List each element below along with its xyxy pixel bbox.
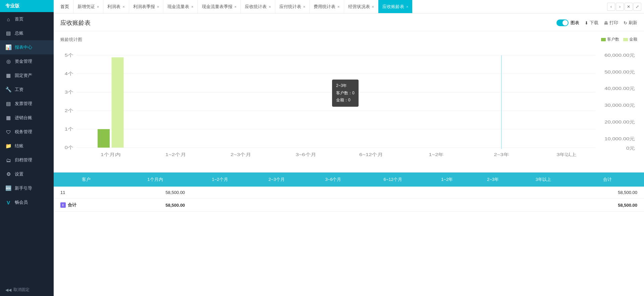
- svg-text:2~3年: 2~3年: [494, 152, 509, 157]
- svg-text:60,000.00元: 60,000.00元: [604, 53, 635, 58]
- tab-close-icon[interactable]: ×: [234, 5, 236, 9]
- refresh-icon: ↻: [624, 20, 627, 26]
- refresh-button[interactable]: ↻ 刷新: [624, 20, 637, 26]
- toggle-thumb: [562, 20, 568, 26]
- tab-aging[interactable]: 应收账龄表 ×: [378, 0, 413, 13]
- sidebar-item-close[interactable]: 📁 结账: [0, 139, 54, 153]
- tab-close-icon[interactable]: ×: [157, 5, 159, 9]
- sidebar-item-salary[interactable]: 🔧 工资: [0, 83, 54, 97]
- ledger-icon: ▤: [5, 30, 11, 36]
- close-books-icon: 📁: [5, 143, 11, 149]
- tab-scroll-left[interactable]: ‹: [607, 3, 615, 11]
- tab-scroll-right[interactable]: ›: [616, 3, 624, 11]
- invoice-icon: ▤: [5, 101, 11, 107]
- total-row: Σ 合计 58,500.00 58,500.00: [54, 199, 644, 212]
- guide-icon: 🆕: [5, 185, 11, 191]
- download-icon: ⬇: [585, 20, 588, 26]
- app-logo: 专业版: [0, 0, 54, 12]
- page-title: 应收账龄表: [60, 19, 556, 27]
- tab-label: 经营状况表: [348, 4, 370, 10]
- sidebar-item-invoice[interactable]: ▤ 发票管理: [0, 97, 54, 111]
- sidebar-item-label: 资金管理: [15, 58, 32, 64]
- col-m23: 2~3个月: [248, 172, 305, 187]
- total-y12: [424, 199, 470, 212]
- gear-icon: ⚙: [5, 171, 11, 177]
- sidebar-item-label: 畅会员: [15, 199, 28, 205]
- sidebar-item-label: 归档管理: [15, 157, 32, 163]
- tab-close-icon[interactable]: ×: [191, 5, 193, 9]
- tab-bar: 首页 新增凭证 × 利润表 × 利润表季报 × 现金流量表 × 现金流量表季报 …: [54, 0, 644, 13]
- home-icon: ⌂: [5, 16, 11, 22]
- chart-icon: 📊: [5, 44, 11, 50]
- tab-maximize[interactable]: ⤢: [633, 3, 641, 11]
- svg-text:3~6个月: 3~6个月: [296, 152, 316, 157]
- tab-profit-quarter[interactable]: 利润表季报 ×: [129, 0, 163, 13]
- tab-expense-stat[interactable]: 费用统计表 ×: [310, 0, 344, 13]
- total-m36: [305, 199, 362, 212]
- tab-close-icon[interactable]: ×: [122, 5, 124, 9]
- total-y3: [516, 199, 571, 212]
- sidebar-item-vip[interactable]: V 畅会员: [0, 195, 54, 209]
- sidebar-item-assets[interactable]: ▦ 固定资产: [0, 68, 54, 83]
- print-icon: 🖶: [604, 20, 608, 26]
- tab-label: 应收统计表: [245, 4, 267, 10]
- total-total: 58,500.00: [571, 199, 644, 212]
- toggle-track[interactable]: [556, 19, 569, 26]
- sidebar-item-ledger[interactable]: ▤ 总账: [0, 26, 54, 40]
- sidebar-item-home[interactable]: ⌂ 首页: [0, 12, 54, 26]
- tab-cashflow-quarter[interactable]: 现金流量表季报 ×: [198, 0, 241, 13]
- svg-text:1~2年: 1~2年: [429, 152, 444, 157]
- sidebar-item-guide[interactable]: 🆕 新手引导: [0, 181, 54, 195]
- tab-voucher[interactable]: 新增凭证 ×: [73, 0, 103, 13]
- total-m1: 58,500.00: [118, 199, 192, 212]
- sidebar: 专业版 ⌂ 首页 ▤ 总账 📊 报表中心 ◎ 资金管理 ▦ 固定资产 🔧 工资 …: [0, 0, 54, 296]
- col-m36: 3~6个月: [305, 172, 362, 187]
- tab-close-icon[interactable]: ×: [337, 5, 339, 9]
- print-button[interactable]: 🖶 打印: [604, 20, 618, 26]
- page-header: 应收账龄表 图表 ⬇ 下载 🖶 打印 ↻ 刷新: [54, 13, 644, 31]
- capital-icon: ◎: [5, 58, 11, 64]
- sidebar-item-label: 进销台账: [15, 115, 32, 121]
- chart-area: 账龄统计图 客户数 金额 5个 4个 3个 2个 1个: [54, 31, 644, 172]
- sidebar-item-settings[interactable]: ⚙ 设置: [0, 167, 54, 181]
- legend-amount-label: 金额: [629, 37, 637, 42]
- cell-m36: [305, 187, 362, 199]
- sidebar-item-label: 固定资产: [15, 72, 32, 79]
- sidebar-item-label: 总账: [15, 30, 23, 36]
- chart-toggle[interactable]: 图表: [556, 19, 579, 26]
- table-row: 11 58,500.00 58,500.00: [54, 187, 644, 199]
- total-text: 合计: [68, 202, 76, 208]
- tab-close-icon[interactable]: ×: [372, 5, 374, 9]
- col-m612: 6~12个月: [362, 172, 424, 187]
- tab-payable-stat[interactable]: 应付统计表 ×: [275, 0, 310, 13]
- tab-home[interactable]: 首页: [56, 0, 73, 13]
- chart-legend: 客户数 金额: [601, 37, 637, 42]
- cell-customer: 11: [54, 187, 118, 199]
- legend-customer: 客户数: [601, 37, 619, 42]
- tab-close-icon[interactable]: ×: [406, 5, 408, 9]
- sidebar-item-tax[interactable]: 🛡 税务管理: [0, 125, 54, 139]
- tab-close-icon[interactable]: ×: [269, 5, 271, 9]
- tab-profit[interactable]: 利润表 ×: [103, 0, 129, 13]
- total-m12: [192, 199, 248, 212]
- sidebar-item-inventory[interactable]: ▦ 进销台账: [0, 111, 54, 125]
- unpin-button[interactable]: ◀◀ 取消固定: [0, 284, 54, 296]
- tab-cashflow[interactable]: 现金流量表 ×: [163, 0, 198, 13]
- download-button[interactable]: ⬇ 下载: [585, 20, 598, 26]
- sidebar-item-capital[interactable]: ◎ 资金管理: [0, 54, 54, 68]
- svg-text:1个: 1个: [65, 127, 73, 132]
- tab-receivable-stat[interactable]: 应收统计表 ×: [241, 0, 275, 13]
- tab-label: 首页: [60, 4, 69, 10]
- sidebar-item-archive[interactable]: 🗂 归档管理: [0, 153, 54, 167]
- cell-m612: [362, 187, 424, 199]
- unpin-label: 取消固定: [13, 287, 30, 293]
- tab-close-icon[interactable]: ×: [97, 5, 99, 9]
- sidebar-item-reports[interactable]: 📊 报表中心: [0, 40, 54, 54]
- tab-business-stat[interactable]: 经营状况表 ×: [344, 0, 378, 13]
- svg-text:3个: 3个: [65, 90, 73, 95]
- tab-close-all[interactable]: ✕: [625, 3, 633, 11]
- tab-close-icon[interactable]: ×: [303, 5, 305, 9]
- tab-nav: ‹ › ✕ ⤢: [607, 3, 641, 11]
- svg-text:0个: 0个: [65, 145, 73, 150]
- total-label-cell: Σ 合计: [54, 199, 118, 212]
